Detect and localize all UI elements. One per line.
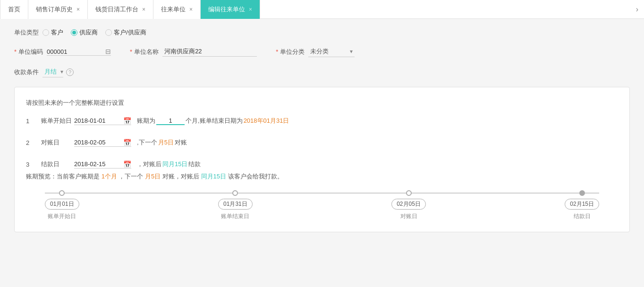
- calendar-icon-3[interactable]: 📅: [123, 160, 131, 168]
- unit-code-required: *: [14, 48, 17, 55]
- timeline-sub-3: 对账日: [400, 212, 417, 220]
- radio-supplier[interactable]: 供应商: [71, 28, 98, 37]
- period-label-2: 对账日: [41, 138, 74, 147]
- unit-name-input[interactable]: [162, 47, 257, 57]
- radio-customer[interactable]: 客户: [42, 28, 63, 37]
- period-month-input[interactable]: [156, 117, 185, 125]
- period-suffix-before-2: ,下一个: [137, 138, 157, 147]
- unit-code-label: 单位编码: [18, 48, 43, 56]
- preview-sep1: ，下一个: [119, 173, 143, 180]
- unit-category-required: *: [276, 48, 278, 55]
- radio-circle-supplier: [71, 29, 77, 36]
- tab-edit-partner[interactable]: 编辑往来单位 ×: [201, 0, 260, 19]
- period-num-2: 2: [26, 139, 35, 146]
- period-row-2: 2 对账日 📅 ,下一个 月5日 对账: [26, 138, 618, 147]
- unit-type-label: 单位类型: [14, 28, 39, 37]
- unit-name-required: *: [130, 48, 132, 55]
- unit-name-label: 单位名称: [134, 48, 159, 56]
- preview-p3: 同月15日: [201, 173, 226, 180]
- period-date-2: 📅: [74, 139, 131, 147]
- tab-cash-reconcile[interactable]: 钱货日清工作台 ×: [88, 0, 153, 19]
- tab-home[interactable]: 首页: [0, 0, 28, 19]
- timeline-badge-4: 02月15日: [565, 199, 599, 210]
- timeline-sub-1: 账单开始日: [48, 212, 76, 220]
- payment-condition-label: 收款条件: [14, 68, 39, 76]
- period-suffix-after-1: 个月,账单结束日期为: [186, 117, 243, 125]
- period-preview-text: 账期预览：当前客户账期是 1个月 ，下一个 月5日 对账，对账后 同月15日 该…: [26, 172, 618, 181]
- timeline-badge-2: 01月31日: [218, 199, 253, 210]
- unit-code-input[interactable]: [47, 48, 103, 55]
- unit-name-group: * 单位名称: [130, 47, 257, 57]
- period-row-3: 3 结款日 📅 ，对账后 同月15日 结款: [26, 160, 618, 169]
- timeline-sub-2: 账单结束日: [221, 212, 249, 220]
- period-label-3: 结款日: [41, 160, 74, 169]
- preview-label: 账期预览：当前客户账期是: [26, 173, 100, 180]
- period-settings-box: 请按照未来的一个完整帐期进行设置 1 账单开始日 📅 账期为 个月,账单结束日期…: [14, 87, 630, 232]
- unit-category-label: 单位分类: [280, 48, 305, 56]
- period-suffix-before-1: 账期为: [137, 117, 155, 125]
- close-tab-edit-partner[interactable]: ×: [249, 6, 252, 13]
- tab-more-button[interactable]: ›: [630, 5, 644, 14]
- period-suffix-after-2: 对账: [175, 138, 187, 147]
- close-tab-sales-history[interactable]: ×: [76, 6, 80, 13]
- payment-condition-value: 月结: [42, 67, 59, 77]
- period-date-1: 📅: [74, 117, 131, 125]
- unit-category-chevron: ▾: [350, 48, 353, 55]
- tabs-bar: 首页 销售订单历史 × 钱货日清工作台 × 往来单位 × 编辑往来单位 × ›: [0, 0, 644, 19]
- payment-condition-chevron: ▾: [60, 68, 63, 75]
- period-num-1: 1: [26, 118, 35, 125]
- unit-type-row: 单位类型 客户 供应商 客户/供应商: [14, 28, 630, 37]
- period-label-1: 账单开始日: [41, 117, 74, 125]
- period-date-input-3[interactable]: [74, 160, 121, 168]
- period-date-input-2[interactable]: [74, 139, 121, 146]
- period-suffix-after-3: 结款: [188, 160, 201, 169]
- timeline-badge-3: 02月05日: [391, 199, 426, 210]
- period-text-2: ,下一个 月5日 对账: [137, 138, 187, 147]
- radio-circle-both: [105, 29, 112, 36]
- radio-circle-customer: [42, 29, 49, 36]
- tab-partner-unit[interactable]: 往来单位 ×: [153, 0, 201, 19]
- timeline-dot-4: [579, 190, 585, 196]
- payment-condition-group: 收款条件 月结 ▾ ?: [14, 67, 74, 77]
- preview-p2: 月5日: [145, 173, 161, 180]
- period-date-input-1[interactable]: [74, 117, 121, 124]
- period-highlight-2: 月5日: [158, 138, 174, 147]
- timeline-point-2: 01月31日 账单结束日: [218, 190, 253, 220]
- main-content: 单位类型 客户 供应商 客户/供应商 * 单位编码: [0, 19, 644, 242]
- unit-code-group: * 单位编码 ⊟: [14, 48, 111, 56]
- calendar-icon-1[interactable]: 📅: [123, 117, 131, 125]
- unit-info-row: * 单位编码 ⊟ * 单位名称 * 单位分类 未分类 ▾: [14, 46, 630, 57]
- timeline-dot-2: [232, 190, 238, 196]
- copy-icon[interactable]: ⊟: [105, 48, 111, 55]
- period-highlight-3: 同月15日: [162, 160, 187, 169]
- period-text-1: 账期为 个月,账单结束日期为 2018年01月31日: [137, 117, 289, 125]
- timeline-point-1: 01月01日 账单开始日: [45, 190, 79, 220]
- unit-code-input-wrapper: ⊟: [47, 48, 111, 56]
- period-suffix-before-3: ，对账后: [137, 160, 161, 169]
- preview-sep2: 对账，对账后: [162, 173, 199, 180]
- period-num-3: 3: [26, 161, 35, 168]
- close-tab-partner-unit[interactable]: ×: [189, 6, 193, 13]
- timeline-sub-4: 结款日: [574, 212, 591, 220]
- unit-type-radio-group: 客户 供应商 客户/供应商: [42, 28, 146, 37]
- unit-category-value: 未分类: [310, 47, 348, 56]
- timeline-dot-1: [59, 190, 65, 196]
- unit-type-group: 单位类型 客户 供应商 客户/供应商: [14, 28, 146, 37]
- period-row-1: 1 账单开始日 📅 账期为 个月,账单结束日期为 2018年01月31日: [26, 117, 618, 125]
- tab-sales-history[interactable]: 销售订单历史 ×: [28, 0, 88, 19]
- unit-category-select[interactable]: 未分类 ▾: [308, 46, 355, 57]
- preview-p1: 1个月: [102, 173, 117, 180]
- help-icon[interactable]: ?: [66, 68, 74, 76]
- preview-end: 该客户会给我打款。: [228, 173, 283, 180]
- calendar-icon-2[interactable]: 📅: [123, 139, 131, 146]
- box-instruction: 请按照未来的一个完整帐期进行设置: [26, 99, 618, 107]
- timeline-point-3: 02月05日 对账日: [391, 190, 426, 220]
- radio-both[interactable]: 客户/供应商: [105, 28, 146, 37]
- timeline-dot-3: [406, 190, 412, 196]
- period-end-date-highlight: 2018年01月31日: [244, 117, 289, 125]
- timeline-badge-1: 01月01日: [45, 199, 79, 210]
- payment-condition-row: 收款条件 月结 ▾ ?: [14, 67, 630, 77]
- payment-condition-select[interactable]: 月结 ▾: [42, 67, 63, 77]
- close-tab-cash-reconcile[interactable]: ×: [142, 6, 145, 13]
- period-text-3: ，对账后 同月15日 结款: [137, 160, 201, 169]
